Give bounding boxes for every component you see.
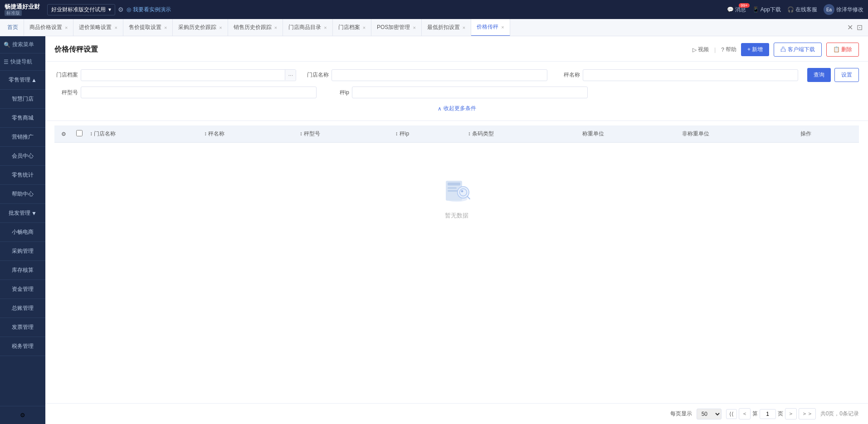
tab-price-scale[interactable]: 价格传秤 ×	[471, 19, 510, 36]
sidebar-item-smart-store[interactable]: 智慧门店	[0, 90, 45, 109]
store-file-input[interactable]	[81, 70, 285, 81]
arrow-up-icon: ▲	[31, 77, 37, 83]
sidebar-search[interactable]: 🔍 搜索菜单	[0, 36, 45, 53]
sidebar-item-stock[interactable]: 库存核算	[0, 261, 45, 280]
sidebar-item-general-ledger[interactable]: 总账管理	[0, 299, 45, 318]
select-all-checkbox[interactable]	[76, 130, 83, 136]
tab-purchase-strategy[interactable]: 进价策略设置 ×	[73, 19, 123, 36]
close-icon[interactable]: ×	[65, 25, 68, 30]
th-barcode-type-label: ↕ 条码类型	[468, 130, 494, 137]
close-icon[interactable]: ×	[413, 25, 415, 30]
sidebar-item-finance[interactable]: 资金管理	[0, 280, 45, 299]
table-header-row: ⚙ ↕ 门店名称 ↕ 秤名称 ↕ 秤型号	[54, 125, 859, 143]
tab-sale-extract[interactable]: 售价提取设置 ×	[123, 19, 173, 36]
sidebar-item-wholesale[interactable]: 批发管理 ▼	[0, 204, 45, 223]
last-page-button[interactable]: ＞＞	[799, 408, 816, 419]
set-button[interactable]: 设置	[834, 68, 859, 82]
sidebar-item-help[interactable]: 帮助中心	[0, 185, 45, 204]
prev-page-button[interactable]: ＜	[739, 408, 751, 419]
user-info[interactable]: Ea 徐泽华修改	[824, 4, 863, 15]
scale-model-input[interactable]	[81, 87, 317, 98]
field-scale-name: 秤名称	[556, 69, 798, 81]
video-link[interactable]: ▷ 视频	[692, 46, 709, 53]
tab-sale-history[interactable]: 销售历史价跟踪 ×	[228, 19, 283, 36]
message-button[interactable]: 💬 消息 99+	[727, 6, 746, 14]
sidebar-item-retail-stats[interactable]: 零售统计	[0, 166, 45, 185]
edition-select[interactable]: 好业财标准版交付试用 ▾	[47, 4, 115, 15]
sidebar-item-general-ledger-label: 总账管理	[12, 305, 34, 311]
demo-link[interactable]: ◎ 我要看实例演示	[127, 6, 171, 14]
sidebar-item-purchase[interactable]: 采购管理	[0, 242, 45, 261]
gear-button[interactable]: ⚙	[118, 6, 124, 13]
online-service-button[interactable]: 🎧 在线客服	[787, 6, 817, 14]
sidebar-item-member[interactable]: 会员中心	[0, 147, 45, 166]
sidebar-item-marketing-label: 营销推广	[12, 134, 34, 140]
close-icon[interactable]: ×	[274, 25, 277, 30]
tab-sale-history-label: 销售历史价跟踪	[234, 24, 272, 31]
download-client-button[interactable]: 凸 客户端下载	[774, 43, 821, 57]
close-icon[interactable]: ×	[114, 25, 117, 30]
tab-home[interactable]: 首页	[2, 19, 24, 36]
sidebar-item-ecommerce-label: 小畅电商	[12, 229, 34, 235]
tab-store-file[interactable]: 门店档案 ×	[333, 19, 371, 36]
field-store-file: 门店档案 ···	[54, 69, 296, 81]
tab-controls: ✕ ⊡	[844, 23, 866, 32]
scale-name-input[interactable]	[583, 69, 798, 81]
empty-text: 暂无数据	[445, 212, 468, 220]
tab-purchase-history[interactable]: 采购历史价跟踪 ×	[173, 19, 228, 36]
next-page-button[interactable]: ＞	[785, 408, 797, 419]
close-icon[interactable]: ×	[324, 25, 327, 30]
sidebar-item-marketing[interactable]: 营销推广	[0, 128, 45, 147]
close-icon[interactable]: ×	[164, 25, 167, 30]
help-label: 帮助	[726, 46, 736, 53]
sidebar-quick-nav[interactable]: ☰ 快捷导航	[0, 53, 45, 71]
help-link[interactable]: ? 帮助	[721, 46, 736, 53]
sidebar-item-ecommerce[interactable]: 小畅电商	[0, 223, 45, 242]
main-layout: 🔍 搜索菜单 ☰ 快捷导航 零售管理 ▲ 智慧门店 零售商城 营销推广 会员中心…	[0, 36, 868, 424]
collapse-bar[interactable]: ∧ 收起更多条件	[54, 103, 859, 114]
app-download-button[interactable]: 📱 App下载	[752, 6, 781, 14]
sidebar-item-member-label: 会员中心	[12, 153, 34, 159]
tab-close-button[interactable]: ✕	[847, 23, 853, 32]
edition-label: 好业财标准版交付试用	[51, 6, 106, 14]
page-input[interactable]	[760, 409, 776, 419]
sidebar-item-tax[interactable]: 税务管理	[0, 337, 45, 356]
sidebar-item-retail-mall-label: 零售商城	[12, 115, 34, 121]
collapse-up-icon: ∧	[438, 106, 442, 112]
tab-product-price[interactable]: 商品价格设置 ×	[24, 19, 73, 36]
sidebar-item-retail-mall[interactable]: 零售商城	[0, 109, 45, 128]
per-page-label: 每页显示	[670, 410, 692, 418]
th-scale-ip: ↕ 秤ip	[391, 125, 464, 143]
download-icon: 📱	[752, 6, 759, 13]
nav-icon: ☰	[4, 59, 9, 65]
store-name-input[interactable]	[332, 69, 547, 81]
close-icon[interactable]: ×	[219, 25, 222, 30]
sidebar-settings[interactable]: ⚙	[0, 406, 45, 424]
per-page-select[interactable]: 50 10 20 100	[697, 409, 722, 419]
tab-store-catalog[interactable]: 门店商品目录 ×	[283, 19, 332, 36]
headset-icon: 🎧	[787, 6, 794, 13]
scale-ip-input[interactable]	[352, 87, 588, 98]
query-buttons: 查询 设置	[807, 68, 859, 82]
sidebar-item-purchase-label: 采购管理	[12, 248, 34, 254]
field-scale-ip-label: 秤ip	[326, 89, 349, 96]
gear-icon[interactable]: ⚙	[61, 131, 66, 137]
sidebar-item-retail-mgmt[interactable]: 零售管理 ▲	[0, 71, 45, 90]
tab-pos[interactable]: POS加密管理 ×	[371, 19, 422, 36]
query-button[interactable]: 查询	[807, 68, 831, 82]
ellipsis-button[interactable]: ···	[285, 70, 296, 80]
table-container: ⚙ ↕ 门店名称 ↕ 秤名称 ↕ 秤型号	[45, 121, 868, 403]
delete-button[interactable]: 📋 删除	[826, 43, 859, 57]
add-button[interactable]: + 新增	[741, 43, 769, 56]
close-icon[interactable]: ×	[363, 25, 366, 30]
th-scale-model: ↕ 秤型号	[296, 125, 392, 143]
first-page-button[interactable]: ⟨⟨	[726, 409, 737, 419]
sidebar-item-invoice[interactable]: 发票管理	[0, 318, 45, 337]
online-service-label: 在线客服	[795, 6, 817, 14]
close-icon[interactable]: ×	[463, 25, 465, 30]
tab-min-discount[interactable]: 最低折扣设置 ×	[422, 19, 471, 36]
field-store-name: 门店名称	[305, 69, 547, 81]
th-non-weight-unit: 非称重单位	[678, 125, 797, 143]
tab-expand-button[interactable]: ⊡	[857, 23, 863, 32]
close-icon[interactable]: ×	[501, 24, 504, 30]
